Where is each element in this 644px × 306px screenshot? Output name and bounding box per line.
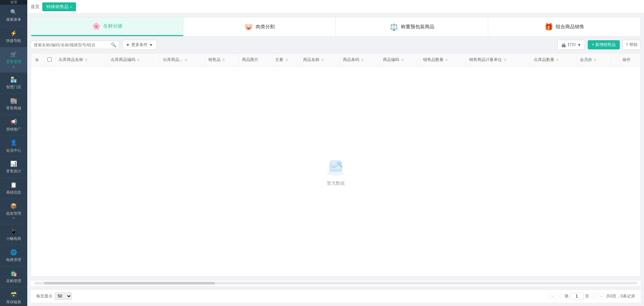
empty-state: 暂无数据 — [31, 66, 640, 276]
sidebar-item-ecom[interactable]: 🌐 电商管理 — [0, 245, 27, 266]
filter-arrow-icon: ▼ — [149, 43, 153, 47]
quick-nav-icon: ⚡ — [10, 30, 17, 37]
th-out-spec[interactable]: 出库商品... ⇅ — [160, 53, 205, 66]
print-label: 打印 — [568, 42, 576, 48]
th-action-label: 操作 — [623, 57, 631, 62]
th-out-code[interactable]: 出库商品编码 ⇅ — [108, 53, 160, 66]
th-checkbox[interactable] — [43, 53, 56, 66]
th-member-price[interactable]: 会员价 ⇅ — [577, 53, 611, 66]
th-out-code-label: 出库商品编码 — [111, 57, 135, 62]
active-tab[interactable]: 特殊销售品 × — [42, 2, 76, 11]
sort-icon: ⇅ — [321, 58, 324, 62]
print-dropdown-icon: ▼ — [577, 43, 581, 47]
sidebar-item-label: 快捷导航 — [6, 38, 21, 43]
svg-rect-6 — [331, 167, 336, 168]
meat-tab-label: 肉类分割 — [256, 24, 275, 30]
th-goods-code[interactable]: 商品编码 ⇅ — [380, 53, 420, 66]
sidebar-item-inventory[interactable]: 🗃️ 库存核算 — [0, 287, 27, 306]
search-menu-icon: 🔍 — [10, 9, 17, 16]
th-sale-qty[interactable]: 销售品数量 ⇅ — [420, 53, 466, 66]
sidebar-item-purchase[interactable]: 🛍️ 采购管理 — [0, 266, 27, 288]
scrollbar-thumb[interactable] — [44, 282, 215, 285]
toolbar-left: 🔍 ▼ 更多条件 ▼ — [31, 40, 157, 50]
sidebar-item-quick[interactable]: ⚡ 快捷导航 — [0, 26, 27, 47]
pagination-left: 每页显示 20 50 100 200 — [36, 292, 72, 300]
sidebar-item-stats[interactable]: 📊 零售统计 — [0, 157, 27, 178]
search-input[interactable] — [34, 43, 109, 47]
th-goods-barcode[interactable]: 商品条码 ⇅ — [340, 53, 380, 66]
search-box[interactable]: 🔍 — [31, 41, 119, 49]
retail-icon: 🛒 — [10, 51, 17, 58]
sort-icon: ⇅ — [504, 58, 507, 62]
sort-icon: ⇅ — [401, 58, 404, 62]
page-size-label: 每页显示 — [36, 293, 53, 299]
th-sale-unit-label: 销售商品计量单位 — [469, 57, 502, 62]
last-page-button[interactable]: » — [598, 293, 605, 299]
th-main-label: 主量 — [275, 57, 283, 62]
th-goods-name[interactable]: 商品名称 ⇅ — [300, 53, 340, 66]
total-label: 共0页，0条记录 — [606, 293, 635, 299]
th-out-qty[interactable]: 出库品数量 ⇅ — [531, 53, 577, 66]
horizontal-scrollbar[interactable] — [34, 282, 637, 285]
first-page-button[interactable]: « — [549, 293, 556, 299]
cat-tab-combo[interactable]: 🎁 组合商品销售 — [488, 17, 640, 36]
member-icon: 👤 — [10, 139, 17, 147]
page-size-select[interactable]: 20 50 100 200 — [55, 292, 72, 300]
filter-label: 更多条件 — [131, 42, 148, 48]
th-main[interactable]: 主量 ⇅ — [272, 53, 300, 66]
pagination-bar: 每页显示 20 50 100 200 « ‹ 第 页 › » 共0页，0条记录 — [31, 289, 641, 303]
th-sale-unit[interactable]: 销售商品计量单位 ⇅ — [466, 53, 531, 66]
sidebar-item-search[interactable]: 🔍 搜索菜单 — [0, 5, 27, 26]
sidebar-item-basic[interactable]: 📋 基础信息 — [0, 178, 27, 199]
prev-page-button[interactable]: ‹ — [557, 293, 563, 299]
th-action: 操作 — [619, 53, 640, 66]
cat-tab-fresh[interactable]: 🌸 生鲜分级 — [31, 17, 183, 36]
fresh-tab-icon: 🌸 — [92, 22, 101, 30]
th-image[interactable]: 商品图片 — [239, 53, 272, 66]
th-sale-qty-label: 销售品数量 — [423, 57, 444, 62]
th-out-spec-label: 出库商品... — [163, 57, 183, 62]
page-number-input[interactable] — [570, 293, 584, 300]
sort-icon: ⇅ — [137, 58, 140, 62]
close-tab-icon[interactable]: × — [70, 5, 72, 9]
toolbar: 🔍 ▼ 更多条件 ▼ 🖨️ 打印 ▼ + 新增销售品 ? — [31, 40, 641, 50]
category-tabs: 🌸 生鲜分级 🐷 肉类分割 ⚖️ 称重预包装商品 🎁 组合商品销售 — [31, 17, 641, 36]
print-button[interactable]: 🖨️ 打印 ▼ — [557, 40, 585, 50]
filter-icon: ▼ — [126, 43, 130, 47]
th-out-qty-label: 出库品数量 — [534, 57, 554, 62]
filter-button[interactable]: ▼ 更多条件 ▼ — [122, 40, 157, 50]
page-suffix: 页 — [585, 293, 589, 299]
search-icon[interactable]: 🔍 — [111, 42, 116, 47]
select-all-checkbox[interactable] — [47, 57, 52, 62]
combo-tab-label: 组合商品销售 — [556, 24, 584, 30]
sidebar-item-marketing[interactable]: 📢 营销推广 — [0, 115, 27, 136]
sidebar-item-mall[interactable]: 🏬 零售商城 — [0, 94, 27, 115]
sidebar-logo: 管理 — [0, 0, 27, 5]
empty-state-icon — [322, 156, 349, 177]
topbar: 首页 特殊销售品 × — [27, 0, 644, 14]
cat-tab-weight[interactable]: ⚖️ 称重预包装商品 — [336, 17, 488, 36]
sidebar-item-label: 电商管理 — [6, 257, 21, 262]
th-out-name-label: 出库商品名称 — [59, 57, 83, 62]
th-sale[interactable]: 销售品 ⇅ — [205, 53, 239, 66]
cat-tab-meat[interactable]: 🐷 肉类分割 — [183, 17, 336, 36]
help-button[interactable]: ? 帮助 — [623, 40, 641, 50]
sidebar-item-mini[interactable]: 📱 小畅电商 — [0, 224, 27, 245]
combo-tab-icon: 🎁 — [544, 23, 553, 31]
purchase-icon: 🛍️ — [10, 270, 17, 277]
sidebar-item-store[interactable]: 🏪 智慧门店 — [0, 73, 27, 94]
weight-tab-label: 称重预包装商品 — [401, 24, 434, 30]
th-out-name[interactable]: 出库商品名称 ⇅ — [56, 53, 108, 66]
add-product-button[interactable]: + 新增销售品 — [588, 40, 620, 49]
sidebar-item-wholesale[interactable]: 📦 批发管理 ▼ — [0, 199, 27, 224]
pagination-right: « ‹ 第 页 › » 共0页，0条记录 — [549, 293, 635, 300]
sidebar-item-member[interactable]: 👤 会员中心 — [0, 136, 27, 157]
sidebar-item-retail[interactable]: 🛒 零售管理 ▲ — [0, 47, 27, 73]
print-icon: 🖨️ — [561, 43, 566, 47]
sort-icon: ⇅ — [222, 58, 225, 62]
next-page-button[interactable]: › — [590, 293, 597, 299]
sidebar-item-label: 零售商城 — [6, 106, 21, 111]
th-settings[interactable]: ⚙ — [31, 53, 43, 66]
sort-icon: ⇅ — [594, 58, 597, 62]
home-breadcrumb[interactable]: 首页 — [31, 4, 40, 10]
